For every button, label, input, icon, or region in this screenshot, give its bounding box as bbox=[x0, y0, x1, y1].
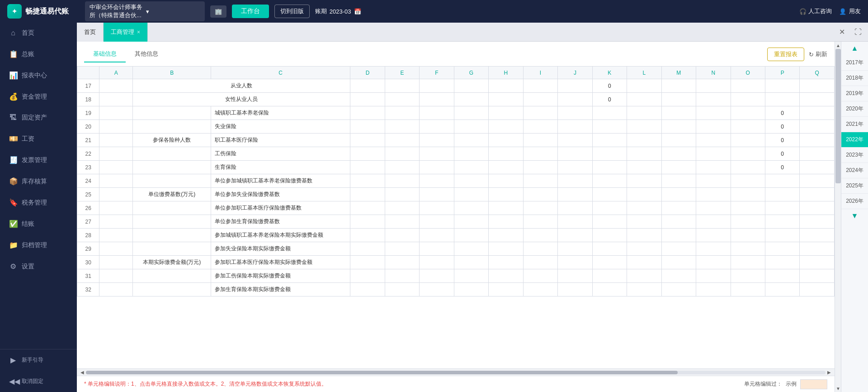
row-18-i[interactable] bbox=[523, 93, 557, 106]
row-17-f[interactable] bbox=[420, 79, 454, 93]
scroll-right-arrow[interactable]: ▶ bbox=[826, 369, 833, 376]
company-icon-btn[interactable]: 🏢 bbox=[210, 5, 226, 18]
col-header-j: J bbox=[558, 67, 592, 79]
user-area[interactable]: 👤 用友 bbox=[839, 7, 861, 15]
row-17-b[interactable]: 从业人数 bbox=[133, 79, 350, 93]
sidebar-item-archive[interactable]: 📁 归档管理 bbox=[0, 234, 77, 256]
sidebar-item-report[interactable]: 📊 报表中心 bbox=[0, 65, 77, 86]
year-2017[interactable]: 2017年 bbox=[841, 55, 868, 71]
sidebar-item-ledger[interactable]: 📋 总账 bbox=[0, 43, 77, 65]
year-2023[interactable]: 2023年 bbox=[841, 148, 868, 163]
year-2024[interactable]: 2024年 bbox=[841, 163, 868, 178]
row-30-num: 30 bbox=[77, 256, 99, 269]
year-2020[interactable]: 2020年 bbox=[841, 101, 868, 117]
year-2026[interactable]: 2026年 bbox=[841, 194, 868, 209]
row-19-c[interactable]: 城镇职工基本养老保险 bbox=[211, 106, 350, 120]
tab-basic-info[interactable]: 基础信息 bbox=[84, 46, 126, 62]
table-row: 31 参加工伤保险本期实际缴费金额 bbox=[77, 269, 835, 283]
tab-home[interactable]: 首页 bbox=[77, 23, 104, 42]
scroll-left-arrow[interactable]: ◀ bbox=[79, 369, 86, 376]
calendar-icon[interactable]: 📅 bbox=[354, 8, 361, 15]
row-18-f[interactable] bbox=[420, 93, 454, 106]
row-17-m[interactable] bbox=[661, 79, 696, 93]
company-selector[interactable]: 中审众环会计师事务所（特殊普通合伙... ▾ bbox=[85, 1, 205, 21]
row-17-n[interactable] bbox=[696, 79, 731, 93]
sidebar-item-inventory[interactable]: 📦 库存核算 bbox=[0, 171, 77, 192]
row-17-q[interactable] bbox=[800, 79, 835, 93]
row-18-j[interactable] bbox=[558, 93, 592, 106]
row-18-g[interactable] bbox=[454, 93, 488, 106]
sidebar-item-tax[interactable]: 🔖 税务管理 bbox=[0, 192, 77, 213]
row-19-a[interactable] bbox=[99, 106, 133, 120]
table-row: 22 工伤保险 bbox=[77, 147, 835, 161]
row-17-i[interactable] bbox=[523, 79, 557, 93]
col-header-q: Q bbox=[800, 67, 835, 79]
table-row: 28 参加城镇职工基本养老保险本期实际缴费金额 bbox=[77, 229, 835, 242]
row-18-b[interactable]: 女性从业人员 bbox=[133, 93, 350, 106]
row-17-o[interactable] bbox=[731, 79, 765, 93]
year-2021[interactable]: 2021年 bbox=[841, 117, 868, 132]
workbench-button[interactable]: 工作台 bbox=[232, 5, 269, 18]
sidebar-item-assets[interactable]: 🏗 固定资产 bbox=[0, 107, 77, 128]
headset-icon: 🎧 bbox=[799, 8, 807, 15]
row-18-q[interactable] bbox=[800, 93, 835, 106]
company-name: 中审众环会计师事务所（特殊普通合伙... bbox=[90, 3, 143, 19]
table-row: 23 生育保险 bbox=[77, 161, 835, 174]
building-icon: 🏢 bbox=[215, 8, 222, 15]
sidebar-item-wages[interactable]: 💴 工资 bbox=[0, 128, 77, 149]
year-nav-up[interactable]: ▲ bbox=[841, 42, 868, 55]
sidebar-item-home[interactable]: ⌂ 首页 bbox=[0, 23, 77, 43]
consult-button[interactable]: 🎧 人工咨询 bbox=[799, 7, 832, 15]
row-17-k[interactable]: 0 bbox=[592, 79, 627, 93]
row-18-o[interactable] bbox=[731, 93, 765, 106]
sidebar-item-unpin[interactable]: ◀◀ 取消固定 bbox=[0, 371, 77, 392]
year-nav-down[interactable]: ▼ bbox=[841, 209, 868, 223]
tab-other-info[interactable]: 其他信息 bbox=[126, 46, 167, 62]
row-18-h[interactable] bbox=[489, 93, 523, 106]
sidebar-item-settings[interactable]: ⚙ 设置 bbox=[0, 256, 77, 277]
row-17-g[interactable] bbox=[454, 79, 488, 93]
row-18-l[interactable] bbox=[627, 93, 661, 106]
row-17-a[interactable] bbox=[99, 79, 133, 93]
year-2018[interactable]: 2018年 bbox=[841, 71, 868, 86]
expand-window-button[interactable]: ⛶ bbox=[852, 26, 864, 38]
table-row: 30 本期实际缴费金额(万元) 参加职工基本医疗保险本期实际缴费金额 bbox=[77, 256, 835, 269]
refresh-button[interactable]: ↻ 刷新 bbox=[809, 50, 827, 58]
row-17-l[interactable] bbox=[627, 79, 661, 93]
scroll-down-arrow[interactable]: ▼ bbox=[835, 385, 841, 392]
sidebar-item-guide[interactable]: ▶ 新手引导 bbox=[0, 349, 77, 371]
row-18-d[interactable] bbox=[350, 93, 385, 106]
close-window-button[interactable]: ✕ bbox=[835, 26, 848, 38]
row-21-b[interactable]: 参保各险种人数 bbox=[133, 134, 211, 147]
row-29-num: 29 bbox=[77, 242, 99, 256]
row-18-a[interactable] bbox=[99, 93, 133, 106]
sidebar-item-invoice[interactable]: 🧾 发票管理 bbox=[0, 149, 77, 171]
sidebar-item-settle[interactable]: ✅ 结账 bbox=[0, 213, 77, 234]
row-17-j[interactable] bbox=[558, 79, 592, 93]
reset-report-button[interactable]: 重置报表 bbox=[767, 48, 804, 61]
v-scrollbar[interactable]: ▲ ▼ bbox=[835, 42, 841, 392]
year-2019[interactable]: 2019年 bbox=[841, 86, 868, 101]
row-18-n[interactable] bbox=[696, 93, 731, 106]
row-17-e[interactable] bbox=[385, 79, 419, 93]
row-17-d[interactable] bbox=[350, 79, 385, 93]
row-18-k[interactable]: 0 bbox=[592, 93, 627, 106]
row-32-num: 32 bbox=[77, 283, 99, 296]
row-18-e[interactable] bbox=[385, 93, 419, 106]
row-19-p[interactable]: 0 bbox=[765, 106, 799, 120]
sidebar-item-finance[interactable]: 💰 资金管理 bbox=[0, 86, 77, 107]
h-scrollbar[interactable]: ◀ ▶ bbox=[77, 368, 835, 376]
row-18-m[interactable] bbox=[661, 93, 696, 106]
year-2022[interactable]: 2022年 bbox=[841, 132, 868, 148]
scroll-up-arrow[interactable]: ▲ bbox=[835, 42, 841, 49]
row-17-h[interactable] bbox=[489, 79, 523, 93]
row-23-num: 23 bbox=[77, 161, 99, 174]
row-19-b[interactable] bbox=[133, 106, 211, 120]
row-17-p[interactable] bbox=[765, 79, 799, 93]
row-18-p[interactable] bbox=[765, 93, 799, 106]
tab-business[interactable]: 工商管理 × bbox=[104, 23, 148, 42]
wages-icon: 💴 bbox=[9, 134, 17, 143]
switch-version-button[interactable]: 切到旧版 bbox=[274, 5, 310, 18]
tab-close-icon[interactable]: × bbox=[137, 29, 140, 35]
year-2025[interactable]: 2025年 bbox=[841, 178, 868, 194]
